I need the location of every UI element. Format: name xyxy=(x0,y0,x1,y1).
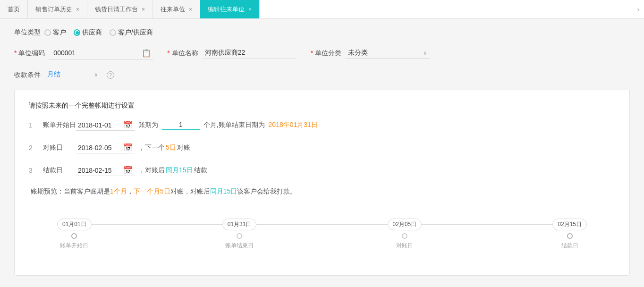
setting-row-1: 1 账单开始日 📅 账期为 个月,账单结束日期为 2018年01月31日 xyxy=(29,119,615,131)
radio-both-circle xyxy=(110,29,116,36)
timeline-dot-3 xyxy=(567,233,573,239)
tab-cash-reconcile-label: 钱货日清工作台 xyxy=(95,5,138,14)
row-3-type: 结款日 xyxy=(43,166,76,175)
preview-suffix: 该客户会给我打款。 xyxy=(237,187,297,195)
unit-type-label: 单位类型 xyxy=(14,28,41,37)
timeline-badge-1: 01月31日 xyxy=(222,219,257,230)
row-1-date-input[interactable] xyxy=(78,121,120,129)
unit-type-row: 单位类型 客户 供应商 客户/供应商 xyxy=(14,28,630,37)
payment-condition-row: 收款条件 月结 ∨ ? xyxy=(14,69,630,80)
radio-supplier-circle xyxy=(74,29,80,36)
timeline-points: 01月01日 账单开始日 01月31日 账单结束日 02月05日 对账日 02月… xyxy=(57,219,587,250)
timeline-point-1: 01月31日 账单结束日 xyxy=(222,219,257,250)
unit-code-input[interactable] xyxy=(51,47,139,59)
preview-label: 账期预览：当前客户账期是 xyxy=(31,187,110,195)
radio-both[interactable]: 客户/供应商 xyxy=(110,28,153,37)
row-3-desc-part1: ，对账后 xyxy=(138,166,165,175)
chevron-right-icon: › xyxy=(637,6,639,13)
timeline-label-1: 账单结束日 xyxy=(225,242,254,250)
row-1-desc: 账期为 个月,账单结束日期为 2018年01月31日 xyxy=(138,120,318,130)
tabs-arrow[interactable]: › xyxy=(632,0,644,18)
radio-both-label: 客户/供应商 xyxy=(118,28,153,37)
row-1-highlight-date: 2018年01月31日 xyxy=(269,121,318,129)
row-3-cal-icon[interactable]: 📅 xyxy=(123,166,133,175)
payment-condition-field: 收款条件 月结 ∨ ? xyxy=(14,69,114,80)
row-1-cal-icon[interactable]: 📅 xyxy=(123,120,133,129)
row-1-type: 账单开始日 xyxy=(43,121,76,129)
row-3-num: 3 xyxy=(29,167,43,174)
preview-part3: 同月15日 xyxy=(210,187,237,195)
row-3-desc: ，对账后同月15日结款 xyxy=(138,166,207,175)
unit-type-field: 单位类型 客户 供应商 客户/供应商 xyxy=(14,28,153,37)
row-2-highlight: 5日 xyxy=(166,144,176,152)
unit-category-label: 单位分类 xyxy=(311,49,341,58)
row-2-desc-part1: ，下一个 xyxy=(138,144,165,152)
row-3-date-wrap: 📅 xyxy=(76,165,135,176)
preview-part2: 下一个月5日 xyxy=(134,187,170,195)
code-copy-icon[interactable]: 📋 xyxy=(142,49,151,58)
timeline-label-0: 账单开始日 xyxy=(60,242,88,250)
unit-info-row: 单位编码 📋 单位名称 单位分类 未分类 ∨ xyxy=(14,46,630,60)
row-1-desc-suffix: 个月,账单结束日期为 xyxy=(203,121,265,129)
timeline-dot-2 xyxy=(402,233,407,239)
timeline-label-2: 对账日 xyxy=(396,242,413,250)
tab-home-label: 首页 xyxy=(8,5,20,14)
timeline-point-2: 02月05日 对账日 xyxy=(388,219,422,250)
timeline-point-0: 01月01日 账单开始日 xyxy=(57,219,92,250)
tab-cash-reconcile-close[interactable]: × xyxy=(142,6,145,13)
radio-customer-circle xyxy=(44,29,51,36)
tab-sales-history-close[interactable]: × xyxy=(76,6,79,13)
radio-group: 客户 供应商 客户/供应商 xyxy=(44,28,153,37)
timeline-badge-2: 02月05日 xyxy=(388,219,422,230)
payment-dropdown-arrow-icon: ∨ xyxy=(94,71,98,78)
row-2-type: 对账日 xyxy=(43,144,76,152)
timeline-badge-0: 01月01日 xyxy=(57,219,92,230)
row-2-date-input[interactable] xyxy=(78,144,120,152)
tab-counterparty-label: 往来单位 xyxy=(161,5,185,14)
unit-name-field: 单位名称 xyxy=(167,47,296,59)
radio-supplier[interactable]: 供应商 xyxy=(74,28,102,37)
setting-row-2: 2 对账日 📅 ，下一个5日对账 xyxy=(29,142,615,153)
preview-sep2: 对账，对账后 xyxy=(170,187,210,195)
tab-sales-history[interactable]: 销售订单历史 × xyxy=(28,0,87,18)
timeline-label-3: 结款日 xyxy=(561,242,578,250)
tab-edit-counterparty[interactable]: 编辑往来单位 × xyxy=(200,0,260,18)
settings-card: 请按照未来的一个完整帐期进行设置 1 账单开始日 📅 账期为 个月,账单结束日期… xyxy=(14,90,630,276)
tab-sales-history-label: 销售订单历史 xyxy=(35,5,72,14)
payment-condition-label: 收款条件 xyxy=(14,71,41,79)
row-2-desc-part2: 对账 xyxy=(177,144,190,152)
row-2-date-wrap: 📅 xyxy=(76,142,135,153)
timeline-container: 01月01日 账单开始日 01月31日 账单结束日 02月05日 对账日 02月… xyxy=(29,209,615,264)
row-1-date-wrap: 📅 xyxy=(76,119,135,131)
period-input[interactable] xyxy=(162,120,200,130)
row-1-num: 1 xyxy=(29,121,43,129)
unit-category-value: 未分类 xyxy=(348,49,420,57)
radio-customer[interactable]: 客户 xyxy=(44,28,66,37)
unit-category-dropdown[interactable]: 未分类 ∨ xyxy=(345,48,430,59)
unit-code-label: 单位编码 xyxy=(14,49,45,58)
row-2-desc: ，下一个5日对账 xyxy=(138,144,190,152)
tab-edit-counterparty-close[interactable]: × xyxy=(248,6,252,13)
payment-condition-value: 月结 xyxy=(47,70,91,79)
timeline-badge-3: 02月15日 xyxy=(552,219,587,230)
preview-part1: 1个月 xyxy=(110,187,127,195)
radio-customer-label: 客户 xyxy=(53,28,66,37)
row-3-highlight: 同月15日 xyxy=(166,166,193,175)
setting-row-3: 3 结款日 📅 ，对账后同月15日结款 xyxy=(29,165,615,176)
payment-condition-dropdown[interactable]: 月结 ∨ xyxy=(44,69,101,80)
unit-name-label: 单位名称 xyxy=(167,49,198,58)
tab-counterparty[interactable]: 往来单位 × xyxy=(153,0,200,18)
category-dropdown-arrow-icon: ∨ xyxy=(423,50,427,56)
row-2-cal-icon[interactable]: 📅 xyxy=(123,143,133,152)
row-3-date-input[interactable] xyxy=(78,167,120,174)
row-2-num: 2 xyxy=(29,144,43,152)
help-icon[interactable]: ? xyxy=(107,71,114,79)
unit-name-input[interactable] xyxy=(202,47,297,59)
unit-category-field: 单位分类 未分类 ∨ xyxy=(311,48,430,59)
tab-edit-counterparty-label: 编辑往来单位 xyxy=(208,5,245,14)
tab-counterparty-close[interactable]: × xyxy=(189,6,192,13)
tab-home[interactable]: 首页 xyxy=(0,0,28,18)
tab-cash-reconcile[interactable]: 钱货日清工作台 × xyxy=(87,0,153,18)
timeline-dot-0 xyxy=(71,233,77,239)
timeline-dot-1 xyxy=(237,233,242,239)
